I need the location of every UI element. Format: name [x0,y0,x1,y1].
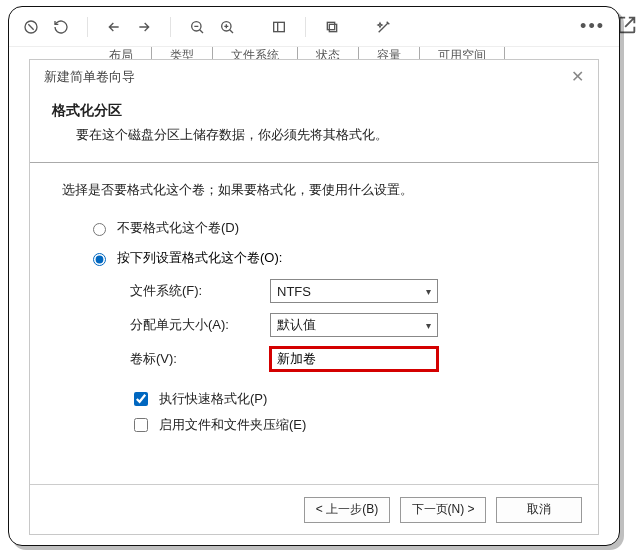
back-button-label: < 上一步(B) [316,501,378,518]
nav-forward-icon[interactable] [132,15,156,39]
close-icon[interactable]: ✕ [571,71,584,83]
dialog-footer: < 上一步(B) 下一页(N) > 取消 [30,484,598,534]
alloc-value: 默认值 [277,316,316,334]
quick-format-checkbox[interactable]: 执行快速格式化(P) [130,389,566,409]
zoom-out-icon[interactable] [185,15,209,39]
chevron-down-icon: ▾ [426,286,431,297]
cancel-button-label: 取消 [527,501,551,518]
quick-format-label: 执行快速格式化(P) [159,390,267,408]
filesystem-select[interactable]: NTFS ▾ [270,279,438,303]
dialog-hint: 选择是否要格式化这个卷；如果要格式化，要使用什么设置。 [62,181,566,199]
back-button[interactable]: < 上一步(B) [304,497,390,523]
copy-icon[interactable] [320,15,344,39]
svg-rect-11 [329,24,336,31]
stop-icon[interactable] [19,15,43,39]
svg-line-3 [200,29,203,32]
alloc-label: 分配单元大小(A): [130,316,270,334]
layout-icon[interactable] [267,15,291,39]
compress-label: 启用文件和文件夹压缩(E) [159,416,306,434]
volume-label-label: 卷标(V): [130,350,270,368]
radio-no-format-input[interactable] [93,223,106,236]
cancel-button[interactable]: 取消 [496,497,582,523]
svg-line-1 [28,24,33,29]
app-window: ••• 布局 类型 文件系统 状态 容量 可用空间 新建简单卷向导 ✕ 格式化分… [8,6,620,546]
radio-no-format[interactable]: 不要格式化这个卷(D) [88,219,566,237]
compress-checkbox[interactable]: 启用文件和文件夹压缩(E) [130,415,566,435]
more-icon[interactable]: ••• [576,16,609,37]
alloc-select[interactable]: 默认值 ▾ [270,313,438,337]
compress-input[interactable] [134,418,148,432]
nav-back-icon[interactable] [102,15,126,39]
filesystem-label: 文件系统(F): [130,282,270,300]
dialog-title: 新建简单卷向导 [44,68,135,86]
app-toolbar: ••• [9,7,619,47]
magic-icon[interactable] [372,15,396,39]
filesystem-value: NTFS [277,284,311,299]
quick-format-input[interactable] [134,392,148,406]
radio-no-format-label: 不要格式化这个卷(D) [117,219,239,237]
radio-do-format-label: 按下列设置格式化这个卷(O): [117,249,282,267]
next-button[interactable]: 下一页(N) > [400,497,486,523]
radio-do-format-input[interactable] [93,253,106,266]
zoom-in-icon[interactable] [215,15,239,39]
next-button-label: 下一页(N) > [412,501,475,518]
dialog-heading-desc: 要在这个磁盘分区上储存数据，你必须先将其格式化。 [76,126,576,144]
refresh-icon[interactable] [49,15,73,39]
svg-rect-9 [274,22,285,31]
svg-rect-12 [327,22,334,29]
radio-do-format[interactable]: 按下列设置格式化这个卷(O): [88,249,566,267]
svg-line-6 [230,29,233,32]
volume-label-input[interactable] [270,347,438,371]
dialog-heading: 格式化分区 [52,102,576,120]
chevron-down-icon: ▾ [426,320,431,331]
new-simple-volume-wizard-dialog: 新建简单卷向导 ✕ 格式化分区 要在这个磁盘分区上储存数据，你必须先将其格式化。… [29,59,599,535]
